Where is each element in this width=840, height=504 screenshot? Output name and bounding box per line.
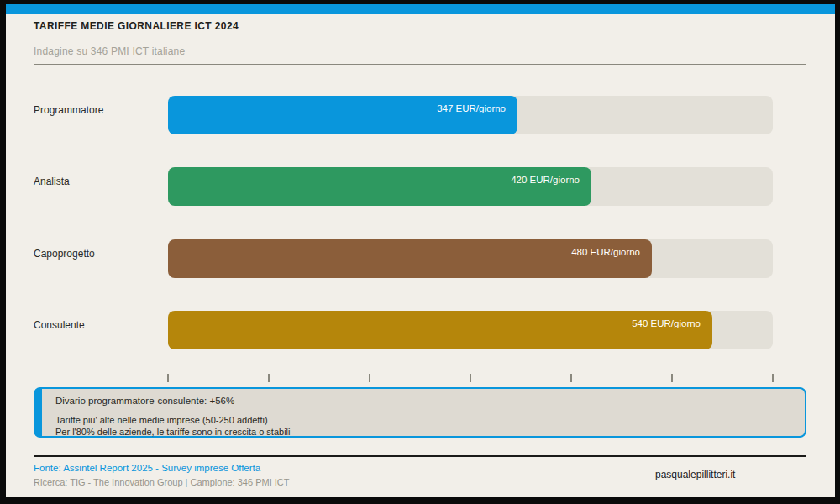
bar-value-label: 347 EUR/giorno	[437, 103, 506, 113]
axis-tick	[167, 374, 169, 382]
bar: 480 EUR/giorno	[168, 239, 652, 278]
infographic-canvas: TARIFFE MEDIE GIORNALIERE ICT 2024 Indag…	[0, 0, 840, 504]
footer-divider	[34, 455, 806, 457]
axis-tick	[369, 374, 370, 382]
bar-category-label: Analista	[34, 176, 70, 187]
note-growth-text: Per l'80% delle aziende, le tariffe sono…	[55, 426, 791, 438]
bar-row: Programmatore 347 EUR/giorno	[0, 96, 840, 134]
bar: 347 EUR/giorno	[168, 96, 517, 134]
source-link[interactable]: Fonte: Assintel Report 2025 - Survey imp…	[34, 463, 260, 473]
bar-category-label: Programmatore	[34, 104, 103, 116]
axis-tick	[772, 374, 774, 382]
note-gap-text: Divario programmatore-consulente: +56%	[55, 396, 791, 406]
bar-track: 480 EUR/giorno	[168, 239, 773, 278]
bar-row: Analista 420 EUR/giorno	[0, 167, 840, 206]
insight-note-box: Divario programmatore-consulente: +56% T…	[34, 387, 806, 438]
axis-tick	[671, 374, 673, 382]
bar-track: 420 EUR/giorno	[168, 167, 773, 206]
bar-value-label: 480 EUR/giorno	[571, 247, 640, 257]
bar-value-label: 420 EUR/giorno	[511, 175, 580, 185]
bar-row: Consulente 540 EUR/giorno	[0, 311, 840, 349]
bar-value-label: 540 EUR/giorno	[632, 318, 701, 328]
author-site-text: pasqualepillitteri.it	[655, 469, 735, 480]
bar-track: 540 EUR/giorno	[168, 311, 773, 349]
bar: 420 EUR/giorno	[168, 167, 591, 206]
research-credit-text: Ricerca: TIG - The Innovation Group | Ca…	[34, 477, 289, 487]
bar-track: 347 EUR/giorno	[168, 96, 773, 134]
bar-category-label: Consulente	[34, 319, 85, 331]
note-medium-firms-text: Tariffe piu' alte nelle medie imprese (5…	[55, 414, 791, 426]
bar: 540 EUR/giorno	[168, 311, 712, 349]
axis-tick	[470, 374, 471, 382]
bar-row: Capoprogetto 480 EUR/giorno	[0, 239, 840, 278]
bar-category-label: Capoprogetto	[34, 248, 95, 260]
axis-tick	[570, 374, 572, 382]
axis-tick	[268, 374, 270, 382]
